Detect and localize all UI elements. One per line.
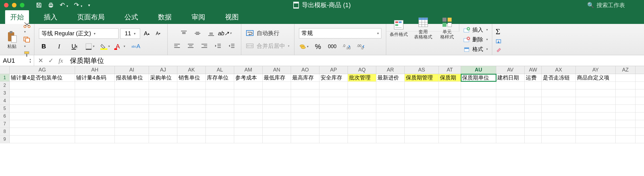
cell[interactable]: 采购单位 [149, 74, 177, 81]
cell[interactable] [291, 120, 319, 128]
column-header-AV[interactable]: AV [496, 66, 525, 74]
cell[interactable] [525, 112, 542, 120]
cell[interactable] [319, 105, 348, 112]
bold-button[interactable]: B [39, 42, 49, 51]
cell[interactable] [234, 128, 263, 135]
cell[interactable] [576, 120, 616, 128]
cell[interactable] [319, 128, 348, 135]
cell[interactable] [263, 89, 291, 97]
cell[interactable] [234, 120, 263, 128]
cell[interactable] [75, 128, 115, 135]
cell[interactable] [616, 89, 635, 97]
column-header-AZ[interactable]: AZ [616, 66, 635, 74]
format-cells-button[interactable]: 格式 [463, 46, 488, 53]
tab-page-layout[interactable]: 页面布局 [72, 10, 110, 24]
comma-button[interactable]: 000 [327, 42, 337, 51]
column-header-AW[interactable]: AW [525, 66, 542, 74]
cell[interactable] [439, 120, 461, 128]
cell[interactable] [206, 82, 234, 89]
cell[interactable]: 参考成本 [234, 74, 263, 81]
cell[interactable] [10, 97, 75, 105]
cancel-formula-icon[interactable]: ✕ [38, 57, 43, 64]
row-header[interactable]: 8 [0, 128, 10, 135]
cell[interactable] [376, 89, 405, 97]
table-format-button[interactable]: 套用 表格格式 [414, 16, 432, 40]
cell[interactable] [291, 128, 319, 135]
cell[interactable] [291, 105, 319, 112]
cell[interactable] [576, 82, 616, 89]
row-header[interactable]: 7 [0, 120, 10, 128]
cell[interactable] [461, 120, 496, 128]
cell[interactable] [461, 89, 496, 97]
format-painter-icon[interactable] [23, 51, 31, 57]
column-header-AM[interactable]: AM [234, 66, 263, 74]
column-header-AQ[interactable]: AQ [348, 66, 376, 74]
cell[interactable]: 报表辅单位 [115, 74, 149, 81]
align-top-button[interactable] [179, 29, 189, 38]
column-header-AI[interactable]: AI [115, 66, 149, 74]
cell[interactable] [525, 97, 542, 105]
cell[interactable] [405, 136, 439, 143]
cell[interactable] [10, 120, 75, 128]
cell[interactable]: 库存单位 [206, 74, 234, 81]
cell[interactable] [234, 105, 263, 112]
column-header-AG[interactable]: AG [10, 66, 75, 74]
column-header-AH[interactable]: AH [75, 66, 115, 74]
cell[interactable] [348, 120, 376, 128]
cell[interactable] [348, 82, 376, 89]
cell[interactable]: 批次管理 [348, 74, 376, 81]
column-header-AS[interactable]: AS [405, 66, 439, 74]
percent-button[interactable]: % [313, 42, 323, 51]
cell[interactable] [405, 82, 439, 89]
cell[interactable] [75, 89, 115, 97]
search-input[interactable] [597, 2, 636, 9]
cell[interactable] [291, 82, 319, 89]
decrease-indent-button[interactable] [213, 42, 223, 50]
namebox-stepper[interactable]: ▴▾ [30, 58, 31, 64]
cell[interactable] [206, 120, 234, 128]
cell[interactable] [177, 128, 206, 135]
cell[interactable]: 最高库存 [291, 74, 319, 81]
row-header[interactable]: 5 [0, 105, 10, 112]
cell[interactable] [525, 128, 542, 135]
cell[interactable]: 建档日期 [496, 74, 525, 81]
tab-insert[interactable]: 插入 [39, 10, 63, 24]
column-header-AR[interactable]: AR [376, 66, 405, 74]
insert-cells-button[interactable]: 插入 [463, 26, 488, 34]
cell[interactable] [10, 128, 75, 135]
cell[interactable] [525, 120, 542, 128]
cell[interactable] [542, 128, 576, 135]
cell[interactable] [348, 136, 376, 143]
cell[interactable] [234, 136, 263, 143]
orientation-button[interactable]: ab↗ [220, 29, 230, 38]
align-left-button[interactable] [172, 42, 182, 50]
cell[interactable]: 商品自定义项 [576, 74, 616, 81]
fill-color-button[interactable] [100, 42, 110, 51]
cell[interactable] [376, 82, 405, 89]
column-header-AO[interactable]: AO [291, 66, 319, 74]
undo-button[interactable]: ↶ ▾ [60, 1, 68, 9]
cell[interactable] [319, 112, 348, 120]
cell[interactable] [115, 120, 149, 128]
cell[interactable] [291, 97, 319, 105]
cell[interactable] [149, 82, 177, 89]
cell[interactable] [291, 136, 319, 143]
cell[interactable]: 最新进价 [376, 74, 405, 81]
number-format-dropdown[interactable]: 常规▾ [299, 28, 381, 38]
cell[interactable] [10, 136, 75, 143]
row-header[interactable]: 2 [0, 82, 10, 89]
currency-button[interactable] [299, 42, 309, 51]
cell[interactable] [115, 128, 149, 135]
cell[interactable] [149, 120, 177, 128]
phonetic-guide-button[interactable]: abcA [131, 42, 141, 51]
copy-icon[interactable] [23, 36, 31, 49]
cell[interactable] [234, 97, 263, 105]
cell[interactable] [319, 136, 348, 143]
cell[interactable] [616, 82, 635, 89]
cell[interactable] [10, 89, 75, 97]
cell[interactable] [263, 105, 291, 112]
cell[interactable] [348, 97, 376, 105]
cell[interactable] [525, 89, 542, 97]
cell[interactable] [616, 74, 635, 81]
cell[interactable] [496, 97, 525, 105]
